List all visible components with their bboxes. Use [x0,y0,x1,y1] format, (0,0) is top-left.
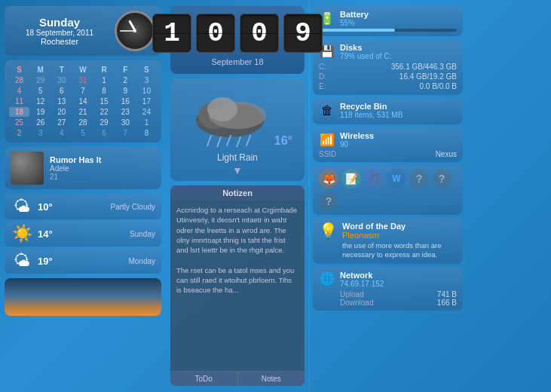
weather-expand-icon[interactable]: ▼ [232,164,243,176]
cal-day[interactable]: 16 [115,96,136,106]
cal-day[interactable]: 21 [72,107,93,117]
word-of-day-widget: 💡 Word of the Day Pleonasm the use of mo… [313,218,463,264]
clock-face [115,11,155,51]
firefox-icon[interactable]: 🦊 [319,169,338,188]
cal-day[interactable]: 3 [30,128,51,138]
cal-day[interactable]: 19 [30,107,51,117]
cal-day[interactable]: 30 [51,75,72,85]
upload-label: Upload [340,290,364,299]
disk-d-row: D: 16.4 GB/19.2 GB [319,72,457,81]
cal-day[interactable]: 25 [9,118,29,127]
forecast-list: 🌤 10° Partly Cloudy ☀️ 14° Sunday 🌤 19° … [5,194,161,274]
cal-day[interactable]: 2 [115,75,136,85]
disk-c-row: C: 356.1 GB/446.3 GB [319,62,457,72]
music-title: Rumor Has It [50,155,155,164]
network-stats: Upload 741 B Download 166 B [340,290,457,307]
cal-day[interactable]: 27 [51,118,72,127]
cal-today[interactable]: 18 [9,107,29,117]
upload-value: 741 B [437,290,457,299]
cal-day[interactable]: 5 [30,86,51,96]
cal-day[interactable]: 1 [136,118,157,127]
disk-c-label: C: [319,63,326,71]
svg-line-4 [217,137,221,147]
cal-day[interactable]: 10 [136,86,157,96]
music-artist: Adele [50,164,155,173]
music-app-icon[interactable]: 🎵 [364,169,384,188]
cal-day[interactable]: 8 [94,86,115,96]
notes-todo-button[interactable]: ToDo [170,372,238,386]
cal-day[interactable]: 9 [115,86,136,96]
cal-day[interactable]: 1 [94,75,115,85]
disks-row: 💾 Disks 79% used of C: [319,43,457,60]
cal-day[interactable]: 3 [136,75,157,85]
battery-progress-fill [319,29,395,32]
notes-app-icon[interactable]: 📝 [341,169,361,188]
date-text: 18 September, 2011 [11,29,109,37]
upload-row: Upload 741 B [340,290,457,299]
cal-day[interactable]: 12 [30,96,51,106]
svg-line-6 [237,137,240,147]
cal-day[interactable]: 28 [72,118,93,127]
cal-day[interactable]: 7 [115,128,136,138]
network-widget: 🌐 Network 74.69.17.152 Upload 741 B Down… [313,267,463,311]
cal-day[interactable]: 6 [51,86,72,96]
cal-day[interactable]: 11 [9,96,29,106]
disks-label: Disks [340,43,457,52]
cal-header-mon: M [30,65,51,75]
cal-day[interactable]: 5 [72,128,93,138]
cal-day[interactable]: 29 [30,75,51,85]
disk-d-label: D: [319,72,326,81]
flip-clock-digits: 1 0 0 9 [152,14,323,53]
cal-day[interactable]: 30 [115,118,136,127]
album-art [11,152,44,185]
svg-line-3 [207,136,211,145]
recycle-value: 118 items, 531 MB [340,111,457,119]
notes-notes-button[interactable]: Notes [238,372,305,386]
notes-body[interactable]: Accnirdog to a rerseach at Crgimbade Uti… [170,201,305,371]
help-icon-1[interactable]: ? [409,169,429,188]
help-icon-2[interactable]: ? [432,169,452,188]
recycle-icon: 🗑 [319,103,335,119]
middle-panel: 1 0 0 9 September 18 [166,0,309,392]
cal-day[interactable]: 23 [115,107,136,117]
cal-day[interactable]: 31 [72,75,93,85]
recycle-label: Recycle Bin [340,102,457,111]
cal-day[interactable]: 20 [51,107,72,117]
cal-day[interactable]: 29 [94,118,115,127]
wireless-signal: 90 [340,140,457,149]
network-info: Network 74.69.17.152 Upload 741 B Downlo… [340,271,457,307]
recycle-info: Recycle Bin 118 items, 531 MB [340,102,457,119]
cal-header-thu: R [94,65,115,75]
cal-day[interactable]: 4 [51,128,72,138]
forecast-icon-3: 🌤 [11,251,33,271]
forecast-row-2: ☀️ 14° Sunday [5,221,161,247]
minute-hand [120,30,135,32]
date-info: Sunday 18 September, 2011 Rochester [11,16,109,46]
help-icon-3[interactable]: ? [319,191,338,211]
forecast-desc-2: Sunday [130,230,155,238]
cal-day[interactable]: 24 [136,107,157,117]
cal-day[interactable]: 28 [9,75,29,85]
music-widget: Rumor Has It Adele 21 [5,147,161,189]
disk-rows: C: 356.1 GB/446.3 GB D: 16.4 GB/19.2 GB … [319,62,457,91]
word-app-icon[interactable]: W [387,169,406,188]
cal-day[interactable]: 26 [30,118,51,127]
cal-day[interactable]: 7 [72,86,93,96]
cal-day[interactable]: 22 [94,107,115,117]
cal-day[interactable]: 14 [72,96,93,106]
flip-min-tens: 0 [240,14,279,53]
cal-day[interactable]: 4 [9,86,29,96]
battery-row: 🔋 Battery 55% [319,10,457,27]
cal-day[interactable]: 6 [94,128,115,138]
word-definition: the use of more words than are necessary… [342,241,457,260]
cal-header-wed: W [72,65,93,75]
cal-day[interactable]: 13 [51,96,72,106]
cal-day[interactable]: 17 [136,96,157,106]
cal-day[interactable]: 2 [9,128,29,138]
download-label: Download [340,299,373,307]
cal-day[interactable]: 15 [94,96,115,106]
cal-header-sat: S [136,65,157,75]
wireless-label: Wireless [340,131,457,140]
cal-day[interactable]: 8 [136,128,157,138]
left-panel: Sunday 18 September, 2011 Rochester S M … [0,0,166,392]
